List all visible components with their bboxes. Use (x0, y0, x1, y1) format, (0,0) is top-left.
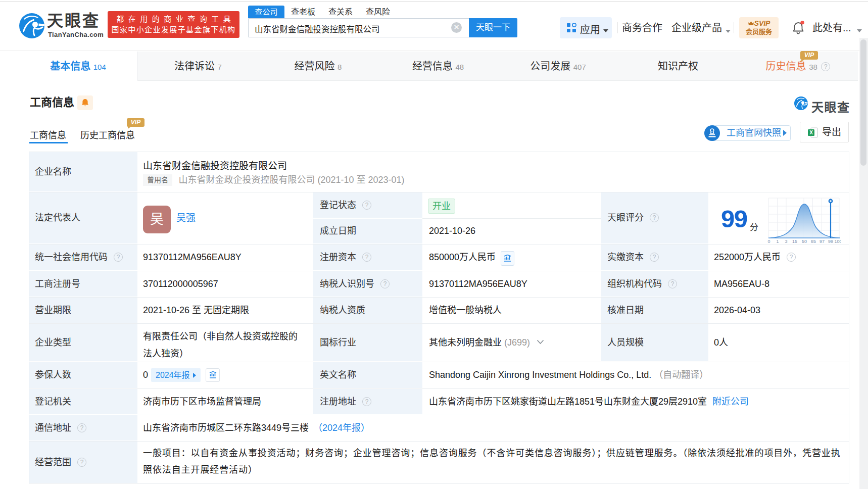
svg-text:50: 50 (802, 239, 807, 243)
svg-text:3: 3 (785, 239, 787, 243)
svg-text:100: 100 (834, 239, 841, 243)
svg-text:1: 1 (776, 239, 779, 243)
svg-text:99: 99 (828, 239, 833, 243)
svg-text:97: 97 (819, 239, 825, 243)
svg-text:85: 85 (811, 239, 816, 243)
svg-text:X: X (809, 130, 813, 135)
svg-text:15: 15 (792, 239, 797, 243)
svg-text:0: 0 (767, 239, 770, 243)
